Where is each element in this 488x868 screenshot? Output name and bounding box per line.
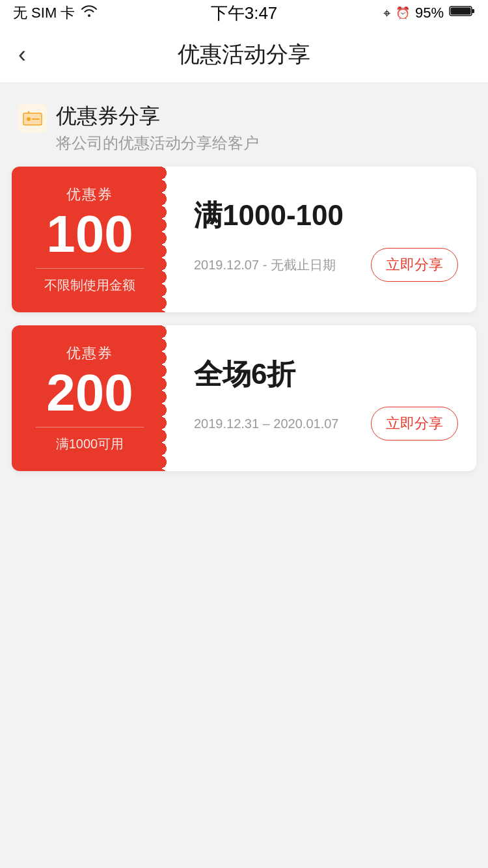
coupon-label-2: 优惠券 <box>66 344 113 363</box>
location-icon: ⌖ <box>383 6 390 21</box>
coupon-left-1: 优惠券 100 不限制使用金额 <box>12 167 168 312</box>
status-bar: 无 SIM 卡 下午3:47 ⌖ ⏰ 95% <box>0 0 488 26</box>
page-title: 优惠活动分享 <box>178 40 310 70</box>
nav-bar: ‹ 优惠活动分享 <box>0 26 488 83</box>
coupon-right-2: 全场6折 2019.12.31 – 2020.01.07 立即分享 <box>168 325 476 471</box>
coupon-left-2: 优惠券 200 满1000可用 <box>12 325 168 471</box>
status-left: 无 SIM 卡 <box>13 3 98 23</box>
coupon-card-2: 优惠券 200 满1000可用 全场6折 2019.12.31 – 2020.0… <box>12 325 476 471</box>
back-button[interactable]: ‹ <box>18 41 26 68</box>
status-time: 下午3:47 <box>211 2 278 25</box>
coupon-condition-1: 不限制使用金额 <box>44 277 135 294</box>
coupon-name-2: 全场6折 <box>194 355 458 394</box>
svg-rect-1 <box>472 9 474 13</box>
battery-text: 95% <box>415 5 444 21</box>
coupon-amount-2: 200 <box>46 367 133 419</box>
coupon-section-icon <box>18 104 47 133</box>
alarm-icon: ⏰ <box>396 6 410 20</box>
coupon-divider-2 <box>36 427 144 427</box>
coupon-divider-1 <box>36 268 144 269</box>
section-header: 优惠券分享 将公司的优惠活动分享给客户 <box>0 83 488 167</box>
status-right: ⌖ ⏰ 95% <box>383 5 475 21</box>
empty-area <box>0 483 488 868</box>
coupon-meta-2: 2019.12.31 – 2020.01.07 立即分享 <box>194 407 458 441</box>
coupon-date-2: 2019.12.31 – 2020.01.07 <box>194 416 363 431</box>
svg-rect-2 <box>451 8 471 15</box>
coupon-meta-1: 2019.12.07 - 无截止日期 立即分享 <box>194 248 458 282</box>
battery-icon <box>449 5 475 21</box>
coupon-card-1: 优惠券 100 不限制使用金额 满1000-100 2019.12.07 - 无… <box>12 167 476 312</box>
coupon-label-1: 优惠券 <box>66 185 113 204</box>
wifi-icon <box>80 5 98 21</box>
share-button-2[interactable]: 立即分享 <box>371 407 458 441</box>
section-text: 优惠券分享 将公司的优惠活动分享给客户 <box>56 103 259 154</box>
coupon-condition-2: 满1000可用 <box>56 435 124 453</box>
coupon-amount-1: 100 <box>46 208 133 260</box>
coupon-date-1: 2019.12.07 - 无截止日期 <box>194 256 363 274</box>
section-subtitle: 将公司的优惠活动分享给客户 <box>56 133 259 154</box>
coupon-right-1: 满1000-100 2019.12.07 - 无截止日期 立即分享 <box>168 167 476 312</box>
share-button-1[interactable]: 立即分享 <box>371 248 458 282</box>
carrier-text: 无 SIM 卡 <box>13 3 75 23</box>
svg-point-6 <box>27 117 31 121</box>
coupon-name-1: 满1000-100 <box>194 197 458 235</box>
coupon-list: 优惠券 100 不限制使用金额 满1000-100 2019.12.07 - 无… <box>0 167 488 483</box>
section-title: 优惠券分享 <box>56 103 259 130</box>
